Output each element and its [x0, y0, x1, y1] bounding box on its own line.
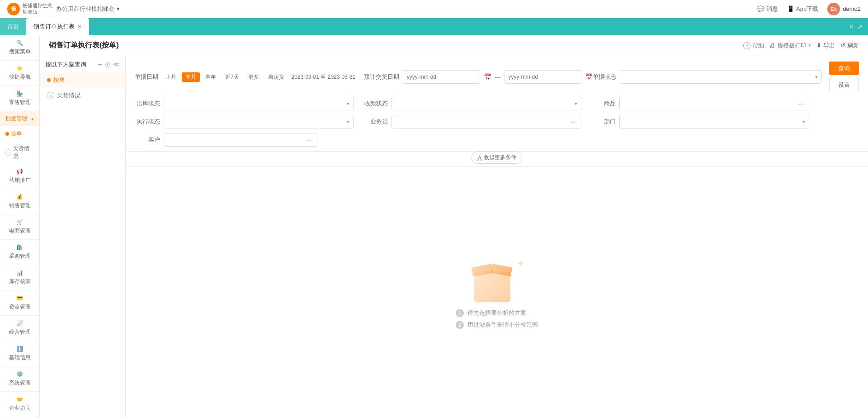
- mobile-icon: 📱: [787, 5, 794, 12]
- inventory-icon: 📊: [16, 270, 23, 276]
- filter-row-4: 客户 ···: [135, 133, 859, 147]
- refresh-btn[interactable]: ↺ 刷新: [840, 42, 859, 50]
- product-more-dots[interactable]: ···: [798, 100, 805, 107]
- date-tab-custom[interactable]: 自定义: [264, 72, 288, 82]
- scheme-add-icon[interactable]: +: [98, 61, 102, 69]
- exec-arrow: ▾: [347, 119, 349, 125]
- app-dropdown-icon: ▾: [117, 5, 120, 12]
- tab-sales-order[interactable]: 销售订单执行表 ✕: [26, 18, 89, 35]
- exec-status-label: 执行状态: [135, 118, 160, 126]
- customer-more-dots[interactable]: ···: [307, 136, 313, 143]
- date-tab-more[interactable]: 更多: [245, 72, 263, 82]
- help-btn[interactable]: ? 帮助: [743, 42, 764, 50]
- scheme-copy-icon[interactable]: ⊙: [105, 61, 110, 69]
- scheme-title: 按以下方案查询: [45, 61, 86, 69]
- tab-home[interactable]: 首页: [0, 18, 26, 35]
- dept-select[interactable]: ▾: [619, 115, 809, 128]
- scheme-circle-icon: ○: [47, 92, 54, 99]
- customer-col: 客户 ···: [135, 133, 357, 147]
- sidebar-item-ecommerce[interactable]: 🛒 电商管理: [0, 214, 39, 240]
- sidebar-item-sales[interactable]: 💰 销售管理: [0, 189, 39, 214]
- date-cal-icon-1[interactable]: 📅: [484, 73, 491, 81]
- customer-label: 客户: [135, 136, 160, 144]
- scheme-item-owe-info[interactable]: ○ 欠货情况: [40, 88, 125, 103]
- logo-area: 畅 畅捷通好生意 标准版: [7, 3, 52, 15]
- export-btn[interactable]: ⬇ 导出: [816, 42, 835, 50]
- filter-doc-status-col: 单据状态 ▾: [593, 70, 822, 84]
- filter-expected-date-col: 预计交货日期 📅 — 📅: [364, 70, 593, 84]
- owe-circle-icon: ○: [5, 149, 11, 156]
- date-tab-last-month[interactable]: 上月: [162, 72, 180, 82]
- dept-col: 部门 ▾: [590, 115, 809, 128]
- outbound-status-select[interactable]: ▾: [164, 97, 354, 110]
- sidebar-item-marketing[interactable]: 📢 营销推广: [0, 164, 39, 189]
- exec-status-col: 执行状态 ▾: [135, 115, 354, 128]
- content-area: 销售订单执行表(按单) ? 帮助 🖨 按模板打印 ▾ ⬇ 导出 ↺ 刷新: [40, 35, 868, 418]
- app-selector[interactable]: 办公用品行业模拟账套 ▾: [56, 5, 120, 13]
- date-tab-last-7[interactable]: 近7天: [222, 72, 243, 82]
- sidebar-item-purchase[interactable]: 🛍️ 采购管理: [0, 240, 39, 265]
- sidebar-item-basic[interactable]: ℹ️ 基础信息: [0, 341, 39, 366]
- query-button[interactable]: 查询: [829, 62, 859, 75]
- sidebar-item-system[interactable]: ⚙️ 系统管理: [0, 366, 39, 392]
- message-action[interactable]: 💬 消息: [757, 5, 778, 13]
- date-tab-current-year[interactable]: 本年: [202, 72, 220, 82]
- sidebar-sub-owe-info[interactable]: ○ 欠货情况: [0, 141, 39, 164]
- operations-icon: 📈: [16, 320, 23, 327]
- expected-date-from[interactable]: [403, 70, 480, 84]
- exec-status-select[interactable]: ▾: [164, 115, 354, 128]
- filter-row-1: 单据日期 上月 本月 本年 近7天 更多 自定义 2023-03-01 至 20…: [135, 62, 859, 92]
- search-menu-icon: 🔍: [16, 40, 23, 46]
- sidebar-item-inventory[interactable]: 📊 库存核算: [0, 265, 39, 290]
- logo-text: 畅捷通好生意 标准版: [23, 3, 52, 14]
- date-tab-current-month[interactable]: 本月: [182, 72, 200, 82]
- filter-row-2: 出库状态 ▾ 收款状态 ▾: [135, 97, 859, 110]
- scheme-item-press-order[interactable]: 按单: [40, 72, 125, 88]
- sidebar-sub-press-order[interactable]: 按单: [0, 126, 39, 141]
- top-bar: 畅 畅捷通好生意 标准版 办公用品行业模拟账套 ▾ 💬 消息 📱 App下载 E…: [0, 0, 868, 18]
- customer-input-box: ···: [164, 133, 317, 147]
- receipt-status-select[interactable]: ▾: [392, 97, 581, 110]
- sidebar-item-enterprise-collab[interactable]: 🤝 企业协同: [0, 392, 39, 417]
- salesperson-more-dots[interactable]: ···: [571, 118, 577, 125]
- tip-num-1: 1: [456, 309, 464, 317]
- settings-button[interactable]: 设置: [829, 78, 859, 92]
- sidebar-item-retail[interactable]: 🏪 零售管理: [0, 86, 39, 111]
- sidebar-item-finance[interactable]: 💳 资金管理: [0, 290, 39, 316]
- scheme-collapse-icon[interactable]: ≪: [113, 61, 120, 69]
- purchase-icon: 🛍️: [16, 244, 23, 251]
- filter-area: 单据日期 上月 本月 本年 近7天 更多 自定义 2023-03-01 至 20…: [126, 56, 868, 152]
- sidebar-item-wholesale[interactable]: 批发管理 ▴: [0, 111, 39, 126]
- quick-nav-icon: ⭐: [16, 65, 23, 71]
- date-cal-icon-2[interactable]: 📅: [585, 73, 593, 81]
- date-label: 单据日期: [135, 73, 158, 81]
- user-area[interactable]: Ea demo2: [827, 3, 861, 15]
- close-window-icon[interactable]: ✕: [849, 24, 854, 30]
- tab-close-icon[interactable]: ✕: [77, 24, 82, 30]
- product-label: 商品: [590, 100, 616, 108]
- salesperson-input-box: ···: [392, 115, 581, 128]
- full-layout: 按以下方案查询 + ⊙ ≪ 按单 ○ 欠货情况: [40, 56, 868, 418]
- sidebar-item-search-menu[interactable]: 🔍 搜索菜单: [0, 35, 39, 61]
- print-dropdown-icon: ▾: [808, 43, 811, 48]
- page-actions: ? 帮助 🖨 按模板打印 ▾ ⬇ 导出 ↺ 刷新: [743, 42, 859, 50]
- product-col: 商品 ···: [590, 97, 809, 110]
- top-bar-left: 畅 畅捷通好生意 标准版 办公用品行业模拟账套 ▾: [7, 3, 120, 15]
- app-download-action[interactable]: 📱 App下载: [787, 5, 818, 13]
- maximize-window-icon[interactable]: ⤢: [858, 24, 863, 30]
- salesperson-col: 业务员 ···: [363, 115, 581, 128]
- sidebar-item-quick-nav[interactable]: ⭐ 快捷导航: [0, 61, 39, 86]
- empty-tip-2: 2 用过滤条件来缩小分析范围: [456, 321, 538, 329]
- tab-window-controls: ✕ ⤢: [844, 24, 868, 30]
- outbound-status-col: 出库状态 ▾: [135, 97, 354, 110]
- wholesale-collapse-icon: ▴: [31, 116, 34, 122]
- page-header: 销售订单执行表(按单) ? 帮助 🖨 按模板打印 ▾ ⬇ 导出 ↺ 刷新: [40, 35, 868, 56]
- date-separator: —: [495, 74, 501, 81]
- logo-icon: 畅: [7, 3, 20, 15]
- print-template-btn[interactable]: 🖨 按模板打印 ▾: [769, 42, 811, 50]
- active-dot: [5, 132, 9, 136]
- doc-status-select[interactable]: ▾: [620, 70, 822, 84]
- collapse-btn[interactable]: ⋀ 收起更多条件: [472, 152, 522, 164]
- expected-date-to[interactable]: [505, 70, 582, 84]
- sidebar-item-operations[interactable]: 📈 经营管理: [0, 316, 39, 341]
